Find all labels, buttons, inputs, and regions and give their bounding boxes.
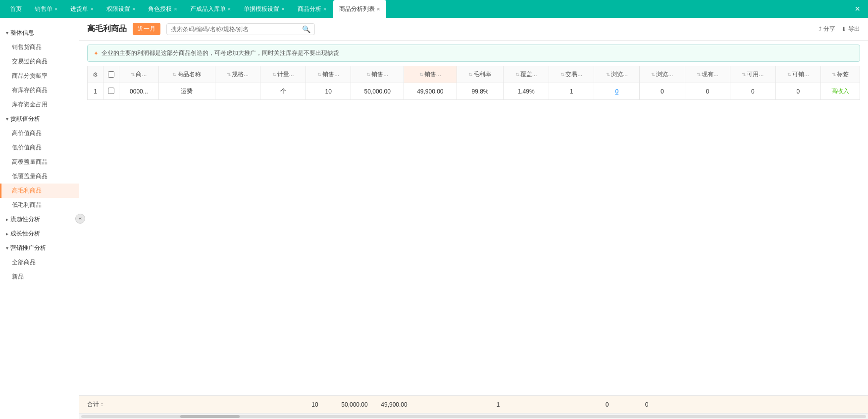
window-close-button[interactable]: ×	[851, 4, 864, 14]
col-browse1[interactable]: ⇅浏览...	[594, 66, 640, 83]
select-all-checkbox[interactable]	[108, 71, 114, 78]
nav-home[interactable]: 首页	[4, 0, 28, 18]
nav-analysis-list-close[interactable]: ×	[377, 6, 380, 12]
chevron-down-icon: ▾	[6, 30, 8, 36]
col-sales-profit[interactable]: ⇅销售...	[404, 66, 457, 83]
sort-icon: ⇅	[697, 72, 701, 77]
cell-checkbox[interactable]	[103, 83, 119, 100]
sidebar-group-contribution[interactable]: ▾ 贡献值分析	[0, 112, 79, 126]
col-code[interactable]: ⇅商...	[119, 66, 159, 83]
nav-analysis-label: 商品分析	[298, 5, 321, 13]
nav-template-close[interactable]: ×	[281, 6, 284, 12]
main-container: « ▾ 整体信息 销售货商品 交易过的商品 商品分贡献率 有库存的商品 库存资金…	[0, 18, 868, 419]
footer-bar: 合计： 10 50,000.00 49,900.00 1 0 0	[79, 395, 868, 413]
export-label: 导出	[848, 25, 860, 33]
col-coverage[interactable]: ⇅覆盖...	[504, 66, 549, 83]
sidebar-group-overall-label: 整体信息	[10, 29, 34, 37]
col-sales-qty[interactable]: ⇅销售...	[306, 66, 351, 83]
nav-product-in-close[interactable]: ×	[228, 6, 231, 12]
footer-sales-profit: 49,900.00	[374, 401, 414, 408]
sidebar-wrapper: « ▾ 整体信息 销售货商品 交易过的商品 商品分贡献率 有库存的商品 库存资金…	[0, 18, 79, 419]
sidebar-item-high-coverage[interactable]: 高覆盖量商品	[0, 155, 79, 169]
sidebar-item-new-goods[interactable]: 新品	[0, 270, 79, 284]
sidebar-group-marketing-label: 营销推广分析	[10, 244, 46, 252]
nav-role[interactable]: 角色授权 ×	[142, 0, 183, 18]
sidebar-item-contribution[interactable]: 商品分贡献率	[0, 69, 79, 83]
cell-tag: 高收入	[821, 83, 860, 100]
search-box[interactable]: 🔍	[166, 23, 315, 35]
nav-analysis-close[interactable]: ×	[323, 6, 326, 12]
tip-bar: ✦ 企业的主要的利润都是这部分商品创造的，可考虑加大推广，同时关注库存是不要出现…	[87, 45, 860, 62]
share-button[interactable]: ⤴ 分享	[818, 25, 835, 33]
tip-text: 企业的主要的利润都是这部分商品创造的，可考虑加大推广，同时关注库存是不要出现缺货	[102, 49, 339, 57]
sidebar-item-low-margin[interactable]: 低毛利商品	[0, 198, 79, 212]
col-current[interactable]: ⇅现有...	[685, 66, 730, 83]
search-icon[interactable]: 🔍	[302, 25, 310, 33]
sidebar-group-overall[interactable]: ▾ 整体信息	[0, 26, 79, 40]
sidebar-item-stock-goods[interactable]: 有库存的商品	[0, 83, 79, 97]
sort-icon: ⇅	[317, 72, 321, 77]
chevron-down-icon-3: ▾	[6, 245, 8, 251]
col-name[interactable]: ⇅商品名称	[158, 66, 215, 83]
col-margin-rate[interactable]: ⇅毛利率	[457, 66, 504, 83]
scrollbar-thumb[interactable]	[180, 415, 240, 418]
sort-icon: ⇅	[419, 72, 423, 77]
nav-template-label: 单据模板设置	[244, 5, 279, 13]
footer-current: 0	[587, 401, 627, 408]
sort-icon: ⇅	[787, 72, 791, 77]
sidebar-group-growth[interactable]: ▸ 成长性分析	[0, 227, 79, 241]
scrollbar-track[interactable]	[81, 415, 866, 418]
cell-margin-rate: 99.8%	[457, 83, 504, 100]
sidebar-group-trend[interactable]: ▸ 流趋性分析	[0, 212, 79, 227]
col-available[interactable]: ⇅可用...	[730, 66, 776, 83]
cell-coverage: 1.49%	[504, 83, 549, 100]
sidebar-item-low-value[interactable]: 低价值商品	[0, 140, 79, 155]
nav-analysis-list[interactable]: 商品分析列表 ×	[333, 0, 386, 18]
nav-purchase-close[interactable]: ×	[90, 6, 93, 12]
footer-label: 合计：	[87, 400, 105, 409]
search-input[interactable]	[171, 26, 299, 33]
col-tag[interactable]: ⇅标签	[821, 66, 860, 83]
nav-product-in[interactable]: 产成品入库单 ×	[184, 0, 237, 18]
cell-browse2: 0	[640, 83, 685, 100]
data-table: ⚙ ⇅商... ⇅商品名称 ⇅规格...	[87, 66, 860, 100]
sidebar-item-traded-goods[interactable]: 交易过的商品	[0, 54, 79, 69]
cell-browse1[interactable]: 0	[594, 83, 640, 100]
nav-permission-close[interactable]: ×	[132, 6, 135, 12]
sidebar-item-all-goods[interactable]: 全部商品	[0, 255, 79, 270]
filter-recent-month-button[interactable]: 近一月	[133, 23, 160, 35]
horizontal-scrollbar[interactable]	[79, 413, 868, 419]
sidebar-item-high-margin[interactable]: 高毛利商品	[0, 184, 79, 198]
share-label: 分享	[823, 25, 835, 33]
nav-purchase[interactable]: 进货单 ×	[64, 0, 99, 18]
export-button[interactable]: ⬇ 导出	[841, 25, 860, 33]
chevron-right-icon-2: ▸	[6, 231, 8, 236]
col-settings[interactable]: ⚙	[88, 66, 103, 83]
nav-sales-close[interactable]: ×	[54, 6, 57, 12]
footer-sales-amount: 50,000.00	[335, 401, 374, 408]
nav-permission[interactable]: 权限设置 ×	[101, 0, 141, 18]
col-spec[interactable]: ⇅规格...	[215, 66, 260, 83]
sidebar-group-marketing[interactable]: ▾ 营销推广分析	[0, 241, 79, 255]
sidebar-item-high-value[interactable]: 高价值商品	[0, 126, 79, 140]
table-wrapper: ⚙ ⇅商... ⇅商品名称 ⇅规格...	[79, 66, 868, 395]
nav-sales[interactable]: 销售单 ×	[29, 0, 63, 18]
cell-unit: 个	[260, 83, 306, 100]
nav-role-close[interactable]: ×	[174, 6, 177, 12]
sidebar-item-stock-capital[interactable]: 库存资金占用	[0, 97, 79, 112]
col-checkbox[interactable]	[103, 66, 119, 83]
row-checkbox[interactable]	[108, 88, 114, 94]
nav-analysis[interactable]: 商品分析 ×	[292, 0, 332, 18]
col-sellable[interactable]: ⇅可销...	[775, 66, 821, 83]
cell-available: 0	[730, 83, 776, 100]
col-browse2[interactable]: ⇅浏览...	[640, 66, 685, 83]
nav-template[interactable]: 单据模板设置 ×	[238, 0, 290, 18]
col-unit[interactable]: ⇅计量...	[260, 66, 306, 83]
sidebar-item-sales-goods[interactable]: 销售货商品	[0, 40, 79, 54]
sidebar-group-trend-label: 流趋性分析	[10, 215, 40, 224]
cell-sellable: 0	[775, 83, 821, 100]
col-sales-amount[interactable]: ⇅销售...	[351, 66, 404, 83]
sort-icon: ⇅	[832, 72, 836, 77]
sidebar-item-low-coverage[interactable]: 低覆盖量商品	[0, 169, 79, 184]
col-transaction[interactable]: ⇅交易...	[549, 66, 594, 83]
